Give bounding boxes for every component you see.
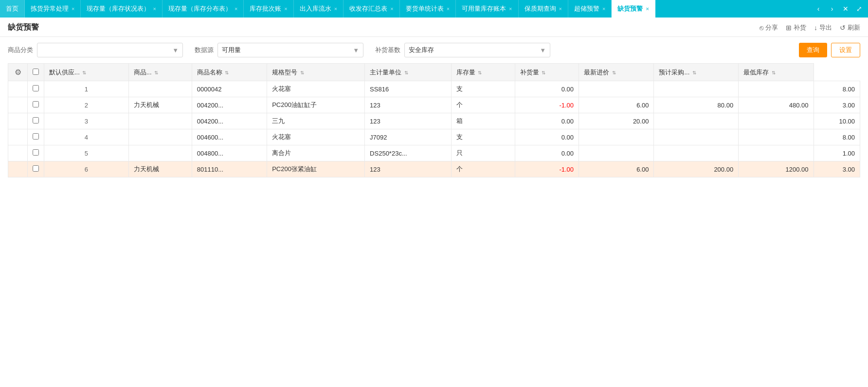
sort-stock-icon[interactable]: ⇅ [478,70,482,75]
nav-prev-button[interactable]: ‹ [812,2,825,16]
row-replenish [579,129,654,145]
nav-tab-shortage[interactable]: 缺货预警 × [612,0,655,18]
row-checkbox[interactable] [33,85,39,91]
row-checkbox[interactable] [33,101,39,107]
export-button[interactable]: ↓ 导出 [814,23,832,32]
replenish-button[interactable]: ⊞ 补货 [786,23,806,32]
row-rownum: 3 [44,113,129,129]
row-spec: 123 [365,113,452,129]
row-est-purchase [739,113,814,129]
share-icon: ⎋ [760,24,763,32]
replenish-basis-select-wrapper: 安全库存 ▼ [404,43,550,57]
datasource-select[interactable]: 可用量 ▼ [217,43,363,57]
nav-tab-home[interactable]: 首页 [0,0,25,18]
nav-controls: ‹ › ✕ ⤢ [812,2,868,16]
row-name: 火花塞 [267,81,365,97]
export-icon: ↓ [814,24,817,32]
sort-est-purchase-icon[interactable]: ⇅ [692,70,696,75]
sort-supplier-icon[interactable]: ⇅ [82,70,86,75]
nav-tab-batch-account[interactable]: 库存批次账 × [244,0,293,18]
row-checkbox[interactable] [33,165,39,172]
row-replenish [579,145,654,161]
datasource-select-wrapper: 可用量 ▼ [217,43,363,57]
nav-tab-available-ledger[interactable]: 可用量库存账本 × [456,0,518,18]
table-container: ⚙ 默认供应... ⇅ 商品... ⇅ 商品名称 ⇅ [0,63,868,177]
sort-price-icon[interactable]: ⇅ [612,70,616,75]
close-tab-inout-flow[interactable]: × [334,6,337,12]
category-label: 商品分类 [8,46,33,54]
nav-tab-inout-flow[interactable]: 出入库流水 × [294,0,344,18]
col-stock: 库存量 ⇅ [451,64,515,81]
sort-unit-icon[interactable]: ⇅ [404,70,408,75]
sort-replenish-icon[interactable]: ⇅ [542,70,545,75]
close-tab-inventory-status[interactable]: × [153,6,156,12]
sort-min-stock-icon[interactable]: ⇅ [772,70,776,75]
row-spec: 123 [365,161,452,177]
settings-button[interactable]: 设置 [831,43,860,57]
share-button[interactable]: ⎋ 分享 [760,23,778,32]
sort-code-icon[interactable]: ⇅ [154,70,158,75]
row-supplier: 力天机械 [128,97,192,113]
row-settings-cell [8,129,28,145]
col-replenish-qty: 补货量 ⇅ [515,64,579,81]
close-tab-receive-summary[interactable]: × [390,6,393,12]
row-checkbox[interactable] [33,117,39,123]
nav-next-button[interactable]: › [825,2,839,16]
col-product-code: 商品... ⇅ [128,64,192,81]
row-min-stock: 1.00 [814,145,860,161]
close-tab-shortage[interactable]: × [646,6,649,12]
col-checkbox [28,64,44,81]
row-checkbox[interactable] [33,133,39,140]
category-select[interactable]: ▼ [37,43,183,57]
row-min-stock: 3.00 [814,97,860,113]
nav-tab-inventory-status[interactable]: 现存量（库存状况表） × [81,0,162,18]
row-unit: 个 [451,97,515,113]
col-product-name: 商品名称 ⇅ [192,64,267,81]
nav-tab-receive-summary[interactable]: 收发存汇总表 × [344,0,399,18]
filter-group-datasource: 数据源 可用量 ▼ [195,43,363,57]
row-rownum: 4 [44,129,129,145]
row-latest-price [654,145,739,161]
query-button[interactable]: 查询 [799,43,827,57]
row-supplier [128,113,192,129]
table-settings-icon[interactable]: ⚙ [15,68,21,76]
select-all-checkbox[interactable] [33,69,39,75]
close-tab-available-ledger[interactable]: × [509,6,512,12]
nav-tab-expiry-query[interactable]: 保质期查询 × [519,0,568,18]
filter-bar: 商品分类 ▼ 数据源 可用量 ▼ 补货基数 安全库存 [0,37,868,63]
nav-tab-order-stats[interactable]: 要货单统计表 × [400,0,456,18]
row-code: 004200... [192,97,267,113]
sort-spec-icon[interactable]: ⇅ [300,70,304,75]
nav-tab-overstock[interactable]: 超储预警 × [568,0,612,18]
sort-name-icon[interactable]: ⇅ [225,70,229,75]
close-tab-batch-account[interactable]: × [284,6,287,12]
top-nav: 首页 拣货异常处理 × 现存量（库存状况表） × 现存量（库存分布表） × 库存… [0,0,868,18]
row-name: 三九 [267,113,365,129]
row-est-purchase [739,129,814,145]
replenish-basis-select[interactable]: 安全库存 ▼ [404,43,550,57]
close-tab-inventory-dist[interactable]: × [235,6,237,12]
refresh-button[interactable]: ↺ 刷新 [840,23,860,32]
close-tab-abnormal[interactable]: × [72,6,74,12]
close-tab-overstock[interactable]: × [602,6,605,12]
nav-tab-inventory-dist[interactable]: 现存量（库存分布表） × [163,0,244,18]
filter-group-category: 商品分类 ▼ [8,43,183,57]
nav-tab-abnormal[interactable]: 拣货异常处理 × [25,0,81,18]
row-code: 0000042 [192,81,267,97]
row-replenish: 20.00 [579,113,654,129]
close-tab-expiry-query[interactable]: × [559,6,562,12]
row-checkbox-cell [28,97,44,113]
row-latest-price: 80.00 [654,97,739,113]
row-est-purchase [739,81,814,97]
datasource-select-value: 可用量 [222,46,241,54]
replenish-icon: ⊞ [786,24,792,32]
row-name: PC200油缸缸子 [267,97,365,113]
row-checkbox-cell [28,81,44,97]
row-latest-price [654,113,739,129]
replenish-basis-label: 补货基数 [375,46,400,54]
row-checkbox[interactable] [33,149,39,156]
nav-close-button[interactable]: ✕ [839,2,852,16]
nav-expand-button[interactable]: ⤢ [852,2,866,16]
row-rownum: 6 [44,161,129,177]
close-tab-order-stats[interactable]: × [447,6,450,12]
